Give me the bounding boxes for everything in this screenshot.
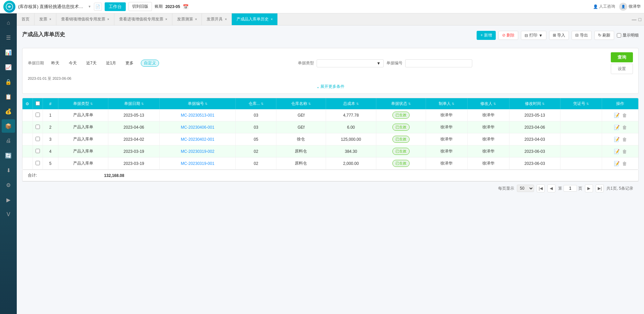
delete-icon-0[interactable]: 🗑 bbox=[622, 113, 627, 118]
row-link-4[interactable]: MC-20230319-001 bbox=[181, 161, 214, 166]
tab-close-purchase[interactable]: × bbox=[165, 17, 167, 21]
edit-icon-4[interactable]: 📝 bbox=[614, 161, 620, 166]
row-checkbox-input-1[interactable] bbox=[36, 125, 40, 129]
sidebar-item-v[interactable]: V bbox=[2, 208, 15, 221]
column-creator[interactable]: 制单人 ⇅ bbox=[426, 98, 467, 109]
row-number-4[interactable]: MC-20230319-001 bbox=[159, 158, 236, 170]
tab-home[interactable]: 首页 bbox=[17, 13, 35, 25]
row-checkbox-input-4[interactable] bbox=[36, 161, 40, 165]
sidebar-item-security[interactable]: 🔒 bbox=[2, 75, 15, 88]
number-filter-input[interactable] bbox=[405, 59, 472, 67]
edit-icon-0[interactable]: 📝 bbox=[614, 113, 620, 118]
column-status[interactable]: 单据状态 ⇅ bbox=[376, 98, 426, 109]
row-link-1[interactable]: MC-20230406-001 bbox=[181, 125, 214, 130]
sidebar-item-inventory[interactable]: 📦 bbox=[2, 119, 15, 133]
row-checkbox-1[interactable] bbox=[33, 121, 43, 133]
doc-icon[interactable]: 📄 bbox=[94, 3, 102, 11]
column-modifier[interactable]: 修改人 ⇅ bbox=[468, 98, 509, 109]
row-checkbox-input-3[interactable] bbox=[36, 149, 40, 153]
tab-close-sales[interactable]: × bbox=[107, 17, 109, 21]
delete-icon-3[interactable]: 🗑 bbox=[622, 149, 627, 154]
column-total-cost[interactable]: 总成本 ⇅ bbox=[326, 98, 376, 109]
show-detail-input[interactable] bbox=[617, 33, 621, 38]
delete-button[interactable]: ⊘ 删除 bbox=[498, 31, 518, 40]
table-row[interactable]: 5 产品入库单 2023-03-19 MC-20230319-001 02 原料… bbox=[22, 158, 638, 170]
row-checkbox-4[interactable] bbox=[33, 158, 43, 170]
row-number-3[interactable]: MC-20230319-002 bbox=[159, 145, 236, 158]
column-modify-time[interactable]: 修改时间 ⇅ bbox=[509, 98, 560, 109]
delete-icon-1[interactable]: 🗑 bbox=[622, 125, 627, 130]
filter-settings-button[interactable]: 设置 bbox=[611, 64, 633, 74]
sidebar-item-download[interactable]: ⬇ bbox=[2, 164, 15, 177]
print-dropdown-icon[interactable]: ▼ bbox=[539, 33, 543, 38]
sidebar-item-finance[interactable]: 💰 bbox=[2, 105, 15, 118]
first-page-button[interactable]: |◀ bbox=[537, 184, 545, 192]
per-page-select[interactable]: 50 100 200 bbox=[517, 185, 534, 192]
row-checkbox-3[interactable] bbox=[33, 145, 43, 158]
sidebar-item-settings[interactable]: ⚙ bbox=[2, 178, 15, 192]
new-button[interactable]: + 新增 bbox=[477, 31, 495, 40]
sidebar-item-print[interactable]: 🖨 bbox=[2, 134, 15, 147]
table-row[interactable]: 1 产品入库单 2023-05-13 MC-20230513-001 03 GE… bbox=[22, 109, 638, 121]
tab-product-warehouse[interactable]: 产成品入库单历史 × bbox=[232, 13, 278, 25]
user-profile[interactable]: 👤 徐泽华 bbox=[619, 3, 641, 11]
delete-icon-4[interactable]: 🗑 bbox=[622, 161, 627, 166]
filter-7days[interactable]: 近7天 bbox=[84, 60, 99, 67]
sidebar-item-report[interactable]: 📊 bbox=[2, 46, 15, 59]
last-page-button[interactable]: ▶| bbox=[596, 184, 604, 192]
sidebar-item-home[interactable]: ⌂ bbox=[2, 16, 15, 29]
column-warehouse-name[interactable]: 仓库名称 ⇅ bbox=[276, 98, 326, 109]
column-voucher[interactable]: 凭证号 ⇅ bbox=[560, 98, 602, 109]
page-number-input[interactable] bbox=[564, 185, 577, 192]
column-date[interactable]: 单据日期 ⇅ bbox=[108, 98, 159, 109]
row-link-0[interactable]: MC-20230513-001 bbox=[181, 113, 214, 118]
row-checkbox-input-2[interactable] bbox=[36, 137, 40, 141]
tab-close-invoice[interactable]: × bbox=[49, 17, 51, 21]
next-page-button[interactable]: ▶ bbox=[585, 184, 593, 192]
tab-close-calc[interactable]: × bbox=[195, 17, 197, 21]
column-number[interactable]: 单据编号 ⇅ bbox=[159, 98, 236, 109]
tab-invoice[interactable]: 发票 × bbox=[35, 13, 56, 25]
filter-custom[interactable]: 自定义 bbox=[141, 60, 159, 67]
filter-yesterday[interactable]: 昨天 bbox=[49, 60, 61, 67]
row-number-2[interactable]: MC-20230402-001 bbox=[159, 133, 236, 145]
column-warehouse-code[interactable]: 仓库... ⇅ bbox=[236, 98, 276, 109]
filter-today[interactable]: 今天 bbox=[67, 60, 79, 67]
edit-icon-3[interactable]: 📝 bbox=[614, 149, 620, 154]
filter-1month[interactable]: 近1月 bbox=[104, 60, 118, 67]
row-number-1[interactable]: MC-20230406-001 bbox=[159, 121, 236, 133]
table-row[interactable]: 2 产品入库单 2023-04-06 MC-20230406-001 03 GE… bbox=[22, 121, 638, 133]
tab-close-warehouse[interactable]: × bbox=[271, 17, 273, 21]
query-button[interactable]: 查询 bbox=[611, 52, 633, 62]
type-filter-select[interactable]: ▼ bbox=[317, 59, 384, 67]
customer-service[interactable]: 👤 人工咨询 bbox=[593, 4, 615, 9]
tab-minimize-icon[interactable]: — bbox=[632, 17, 637, 22]
refresh-button[interactable]: ↻ 刷新 bbox=[594, 31, 614, 40]
row-checkbox-2[interactable] bbox=[33, 133, 43, 145]
row-link-3[interactable]: MC-20230319-002 bbox=[181, 149, 214, 154]
sidebar-item-sync[interactable]: 🔄 bbox=[2, 149, 15, 162]
row-number-0[interactable]: MC-20230513-001 bbox=[159, 109, 236, 121]
tab-invoice-calc[interactable]: 发票测算 × bbox=[172, 13, 202, 25]
row-checkbox-0[interactable] bbox=[33, 109, 43, 121]
sidebar-item-menu[interactable]: ☰ bbox=[2, 31, 15, 44]
tab-purchase-invoice[interactable]: 查看进项增值税专用发票 × bbox=[114, 13, 172, 25]
sidebar-item-documents[interactable]: 📋 bbox=[2, 90, 15, 103]
select-all-checkbox[interactable] bbox=[36, 101, 40, 106]
prev-page-button[interactable]: ◀ bbox=[547, 184, 555, 192]
sidebar-item-run[interactable]: ▶ bbox=[2, 193, 15, 206]
delete-icon-2[interactable]: 🗑 bbox=[622, 137, 627, 142]
sidebar-item-analytics[interactable]: 📈 bbox=[2, 60, 15, 74]
tab-sales-invoice[interactable]: 查看销项增值税专用发票 × bbox=[56, 13, 114, 25]
edit-icon-2[interactable]: 📝 bbox=[614, 137, 620, 142]
row-link-2[interactable]: MC-20230402-001 bbox=[181, 137, 214, 142]
import-button[interactable]: ⊞ 导入 bbox=[549, 31, 569, 40]
edit-icon-1[interactable]: 📝 bbox=[614, 125, 620, 130]
calendar-icon[interactable]: 📅 bbox=[183, 4, 189, 9]
tab-maximize-icon[interactable]: □ bbox=[639, 17, 641, 22]
tab-invoice-issue[interactable]: 发票开具 × bbox=[202, 13, 232, 25]
column-settings[interactable]: ⚙ bbox=[22, 98, 33, 109]
export-button[interactable]: ⊟ 导出 bbox=[572, 31, 591, 40]
column-type[interactable]: 单据类型 ⇅ bbox=[58, 98, 108, 109]
filter-more[interactable]: 更多 bbox=[123, 60, 136, 67]
